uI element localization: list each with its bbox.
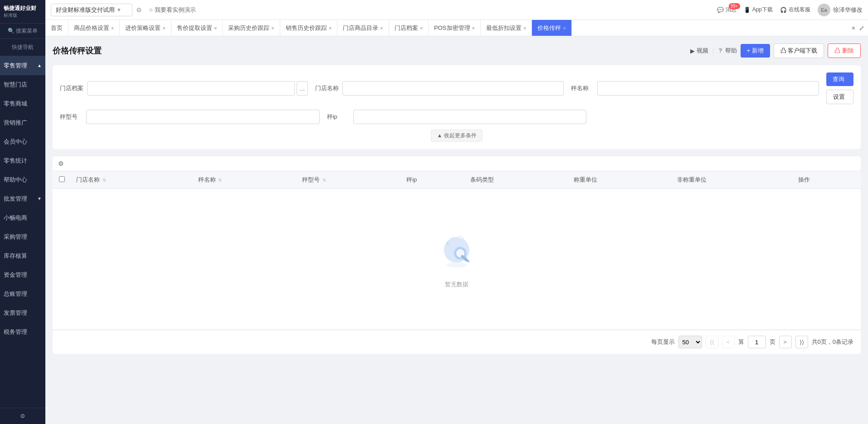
- last-page-button[interactable]: ⟩⟩: [795, 336, 808, 348]
- close-icon[interactable]: ×: [271, 25, 274, 31]
- pagination: 每页显示 10 20 50 100 ⟨⟨ ＜ 算 页 ＞ ⟩⟩ 共0页，0条记录: [53, 330, 861, 354]
- help-icon: ？: [717, 47, 723, 55]
- sidebar-item-label: 零售统计: [4, 157, 27, 165]
- message-badge: 99+: [729, 3, 740, 9]
- sidebar-item-label: 营销推广: [4, 119, 27, 127]
- tab-purchase-strategy[interactable]: 进价策略设置 ×: [120, 20, 171, 36]
- page-word-label: 算: [738, 338, 744, 346]
- first-page-button[interactable]: ⟨⟨: [706, 336, 718, 348]
- quick-nav[interactable]: 快捷导航: [0, 39, 45, 56]
- sidebar-item-tax-management[interactable]: 税务管理: [0, 323, 45, 342]
- svg-point-1: [447, 262, 467, 268]
- query-button[interactable]: 查询: [826, 72, 853, 86]
- th-scale-model: 秤型号 ⇅: [297, 171, 401, 189]
- plan-name: 好业财标准版交付试用: [56, 6, 115, 14]
- table-settings-icon[interactable]: ⚙: [58, 160, 64, 167]
- tab-store-catalog[interactable]: 门店商品目录 ×: [337, 20, 389, 36]
- sidebar-item-member-center[interactable]: 会员中心: [0, 132, 45, 151]
- delete-button[interactable]: 凸 删除: [828, 43, 861, 58]
- sidebar-item-inventory-reconciliation[interactable]: 库存核算: [0, 246, 45, 265]
- scale-model-input[interactable]: [86, 110, 320, 124]
- user-menu[interactable]: Ea 徐泽华修改: [818, 4, 863, 16]
- close-icon[interactable]: ×: [329, 25, 332, 31]
- close-all-tabs-button[interactable]: ×: [852, 24, 855, 32]
- close-icon[interactable]: ×: [563, 25, 566, 31]
- page-size-select[interactable]: 10 20 50 100: [678, 336, 702, 348]
- sidebar-item-purchase-management[interactable]: 采购管理: [0, 227, 45, 246]
- video-link[interactable]: ▶ 视频: [690, 47, 708, 55]
- tab-pos-encryption[interactable]: POS加密管理 ×: [429, 20, 481, 36]
- store-name-input[interactable]: [342, 81, 563, 96]
- online-service-button[interactable]: 🎧 在线客服: [780, 6, 810, 14]
- sidebar-item-label: 库存核算: [4, 252, 27, 260]
- quick-nav-item[interactable]: 快捷导航: [2, 41, 44, 54]
- avatar: Ea: [818, 4, 830, 16]
- close-icon[interactable]: ×: [214, 25, 217, 31]
- form-row-2: 秤型号 秤ip: [60, 110, 853, 124]
- sidebar-item-financial-management[interactable]: 资金管理: [0, 265, 45, 284]
- setting-button[interactable]: 设置: [826, 90, 853, 104]
- chevron-down-icon: ▾: [117, 6, 121, 13]
- sidebar-item-invoice-management[interactable]: 发票管理: [0, 304, 45, 323]
- scale-name-input[interactable]: [597, 81, 819, 96]
- page-number-input[interactable]: [748, 336, 766, 348]
- app-download-button[interactable]: 📱 App下载: [744, 6, 773, 14]
- th-action: 操作: [793, 171, 861, 189]
- add-button[interactable]: + 新增: [741, 44, 770, 58]
- expand-arrow-icon: ▲: [37, 63, 42, 68]
- tab-commodity-price[interactable]: 商品价格设置 ×: [68, 20, 120, 36]
- messages-button[interactable]: 💬 消息 99+: [717, 6, 736, 14]
- sidebar-item-help-center[interactable]: 帮助中心: [0, 170, 45, 189]
- demo-icon: ○: [149, 6, 153, 13]
- sidebar-item-wholesale-management[interactable]: 批发管理 ▼: [0, 189, 45, 208]
- sidebar-item-retail-mall[interactable]: 零售商城: [0, 94, 45, 113]
- sidebar-item-marketing[interactable]: 营销推广: [0, 113, 45, 132]
- close-icon[interactable]: ×: [523, 25, 526, 31]
- expand-tabs-button[interactable]: ⤢: [859, 24, 864, 32]
- store-file-input[interactable]: [87, 81, 295, 96]
- page-title: 价格传秤设置: [53, 45, 102, 56]
- logo-subtitle: 标准版: [4, 12, 42, 19]
- headset-icon: 🎧: [780, 7, 787, 13]
- header-right: 💬 消息 99+ 📱 App下载 🎧 在线客服 Ea 徐泽华修改: [717, 4, 863, 16]
- select-all-checkbox[interactable]: [59, 176, 65, 182]
- tab-purchase-history-track[interactable]: 采购历史价跟踪 ×: [223, 20, 280, 36]
- tab-sale-price-extract[interactable]: 售价提取设置 ×: [171, 20, 223, 36]
- close-icon[interactable]: ×: [380, 25, 383, 31]
- sort-icon[interactable]: ⇅: [218, 178, 222, 183]
- tab-sales-history-track[interactable]: 销售历史价跟踪 ×: [280, 20, 337, 36]
- close-icon[interactable]: ×: [111, 25, 114, 31]
- help-link[interactable]: ？ 帮助: [717, 47, 737, 55]
- checkbox-header[interactable]: [53, 171, 71, 189]
- sidebar-item-label: 批发管理: [4, 195, 27, 203]
- tab-bar-controls: × ⤢: [848, 24, 868, 32]
- tab-min-discount[interactable]: 最低折扣设置 ×: [481, 20, 532, 36]
- store-file-picker-button[interactable]: ...: [297, 81, 308, 96]
- demo-link[interactable]: ○ 我要看实例演示: [149, 6, 196, 14]
- plan-selector[interactable]: 好业财标准版交付试用 ▾: [51, 4, 132, 16]
- svg-point-6: [446, 242, 449, 245]
- close-icon[interactable]: ×: [420, 25, 423, 31]
- tab-home[interactable]: 首页: [45, 20, 68, 36]
- sidebar-item-xiaochang-ecom[interactable]: 小畅电商: [0, 208, 45, 227]
- sidebar-item-general-ledger[interactable]: 总账管理: [0, 284, 45, 304]
- sidebar-item-retail-management[interactable]: 零售管理 ▲: [0, 56, 45, 75]
- tab-price-scale[interactable]: 价格传秤 ×: [532, 20, 571, 36]
- scale-ip-input[interactable]: [353, 110, 587, 124]
- page-size-label: 每页显示: [651, 338, 675, 346]
- header-settings-icon[interactable]: ⚙: [136, 6, 142, 14]
- sidebar-search[interactable]: 🔍 搜索菜单: [0, 24, 45, 39]
- download-client-button[interactable]: 凸 客户端下载: [774, 43, 824, 58]
- sort-icon[interactable]: ⇅: [322, 178, 326, 183]
- sidebar-item-smart-store[interactable]: 智慧门店: [0, 75, 45, 94]
- collapse-button[interactable]: ▲ 收起更多条件: [431, 130, 482, 142]
- next-page-button[interactable]: ＞: [779, 336, 792, 348]
- sort-icon[interactable]: ⇅: [102, 178, 106, 183]
- prev-page-button[interactable]: ＜: [722, 336, 735, 348]
- close-icon[interactable]: ×: [162, 25, 165, 31]
- sidebar-footer-settings[interactable]: ⚙: [0, 408, 45, 424]
- table-body: 暂无数据: [53, 189, 861, 330]
- tab-store-file[interactable]: 门店档案 ×: [389, 20, 429, 36]
- close-icon[interactable]: ×: [472, 25, 475, 31]
- sidebar-item-retail-stats[interactable]: 零售统计: [0, 151, 45, 170]
